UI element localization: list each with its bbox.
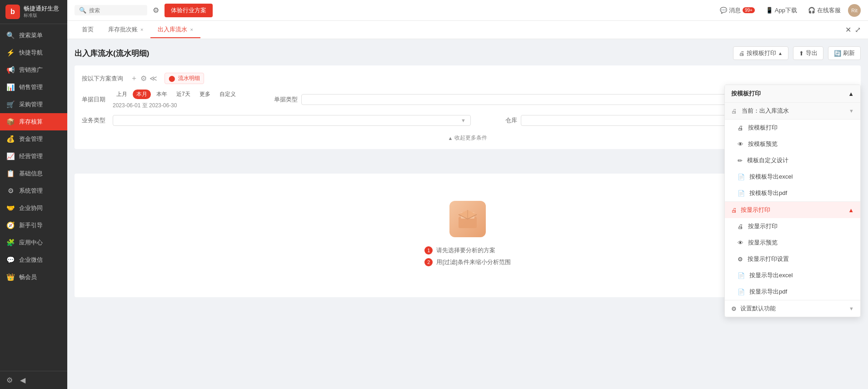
page-title: 出入库流水(流水明细)	[75, 48, 149, 59]
dropdown-current[interactable]: 🖨 当前：出入库流水 ▼	[725, 103, 860, 120]
sidebar-item-label: 库存核算	[19, 118, 43, 126]
export-btn[interactable]: ⬆ 导出	[793, 46, 823, 60]
print-chevron-up-icon: ▲	[778, 51, 783, 56]
step-1-num: 1	[424, 246, 433, 254]
sidebar-item-operation[interactable]: 📈 经营管理	[0, 148, 67, 165]
settings-bottom-icon[interactable]: ⚙	[6, 376, 13, 384]
tabs-bar: 首页 库存批次账 × 出入库流水 × ✕ ⤢	[67, 21, 868, 39]
date-range-display: 2023-06-01 至 2023-06-30	[113, 102, 239, 110]
display-section-title: 按显示打印	[741, 206, 770, 214]
dropdown-item-template-export-excel[interactable]: 📄 按模板导出excel	[725, 169, 860, 185]
sidebar-item-purchase[interactable]: 🛒 采购管理	[0, 96, 67, 113]
refresh-btn[interactable]: 🔄 刷新	[828, 46, 861, 60]
dropdown-item-template-export-pdf[interactable]: 📄 按模板导出pdf	[725, 185, 860, 201]
tab-flow-close[interactable]: ×	[190, 27, 193, 32]
date-tab-more[interactable]: 更多	[196, 90, 214, 99]
dropdown-item-display-print[interactable]: 🖨 按显示打印	[725, 218, 860, 234]
tab-batch-account[interactable]: 库存批次账 ×	[101, 22, 150, 38]
add-scheme-icon[interactable]: ＋	[130, 74, 138, 83]
message-btn[interactable]: 💬 消息 99+	[716, 5, 758, 16]
sidebar-item-finance[interactable]: 💰 资金管理	[0, 130, 67, 148]
collapse-scheme-icon[interactable]: ≪	[150, 74, 157, 83]
template-custom-label: 模板自定义设计	[747, 156, 788, 165]
tab-home[interactable]: 首页	[75, 22, 101, 38]
search-input[interactable]	[89, 7, 143, 14]
sidebar-item-enterprise[interactable]: 🤝 企业协同	[0, 199, 67, 217]
sidebar-item-sales[interactable]: 📊 销售管理	[0, 79, 67, 96]
dropdown-item-template-print[interactable]: 🖨 按模板打印	[725, 120, 860, 136]
date-tab-current-year[interactable]: 本年	[153, 90, 171, 99]
sidebar-item-label: 系统管理	[19, 187, 43, 195]
date-tab-last-7-days[interactable]: 近7天	[173, 90, 194, 99]
tab-batch-account-close[interactable]: ×	[140, 27, 143, 32]
settings-scheme-icon[interactable]: ⚙	[140, 74, 147, 83]
dropdown-item-template-custom[interactable]: ✏ 模板自定义设计	[725, 152, 860, 169]
empty-steps-list: 1 请先选择要分析的方案 2 用[过滤]条件来缩小分析范围	[424, 246, 510, 270]
display-section-icon: 🖨	[731, 207, 737, 214]
sidebar-item-basic[interactable]: 📋 基础信息	[0, 165, 67, 182]
empty-state-icon	[449, 201, 486, 237]
trial-btn[interactable]: 体验行业方案	[165, 4, 213, 17]
dropdown-item-display-export-pdf[interactable]: 📄 按显示导出pdf	[725, 284, 860, 300]
dropdown-footer[interactable]: ⚙ 设置默认功能 ▼	[725, 300, 860, 317]
date-tab-custom[interactable]: 自定义	[216, 90, 239, 99]
biz-type-select[interactable]: ▼	[113, 115, 471, 126]
inventory-icon: 📦	[6, 118, 15, 126]
topbar-actions: 💬 消息 99+ 📱 App下载 🎧 在线客服 Rit	[716, 4, 861, 17]
sidebar-item-quick-nav[interactable]: ⚡ 快捷导航	[0, 44, 67, 61]
display-print-settings-icon: ⚙	[738, 256, 743, 263]
dropdown-current-chevron-icon: ▼	[849, 108, 854, 114]
dropdown-item-template-preview[interactable]: 👁 按模板预览	[725, 136, 860, 152]
sidebar-item-label: 基础信息	[19, 170, 43, 178]
biz-type-chevron-icon: ▼	[461, 118, 466, 123]
collapse-sidebar-icon[interactable]: ◀	[20, 376, 25, 384]
online-service-btn[interactable]: 🎧 在线客服	[804, 5, 844, 16]
display-export-pdf-icon: 📄	[738, 289, 745, 295]
dropdown-item-display-preview[interactable]: 👁 按显示预览	[725, 234, 860, 251]
search-box[interactable]: 🔍	[75, 5, 147, 15]
page-content: 出入库流水(流水明细) 🖨 按模板打印 ▲ ⬆ 导出 🔄 刷新	[67, 39, 868, 389]
sidebar-item-system[interactable]: ⚙ 系统管理	[0, 182, 67, 199]
sidebar-item-member[interactable]: 👑 畅会员	[0, 269, 67, 286]
operation-icon: 📈	[6, 152, 15, 160]
sidebar-item-inventory[interactable]: 📦 库存核算	[0, 113, 67, 130]
close-window-icon[interactable]: ✕	[845, 25, 851, 34]
template-print-icon: 🖨	[738, 125, 743, 131]
basic-icon: 📋	[6, 170, 15, 178]
current-print-icon: 🖨	[731, 108, 737, 115]
expand-window-icon[interactable]: ⤢	[855, 25, 861, 34]
dropdown-item-display-print-settings[interactable]: ⚙ 按显示打印设置	[725, 251, 860, 267]
gear-icon[interactable]: ⚙	[153, 6, 159, 15]
avatar[interactable]: Rit	[848, 4, 861, 17]
sidebar-item-label: 采购管理	[19, 100, 43, 109]
app-download-btn[interactable]: 📱 App下载	[762, 5, 801, 16]
print-template-btn[interactable]: 🖨 按模板打印 ▲	[733, 46, 788, 60]
sidebar-item-guide[interactable]: 🧭 新手引导	[0, 217, 67, 234]
enterprise-icon: 🤝	[6, 204, 15, 212]
template-custom-icon: ✏	[738, 157, 743, 164]
step-2-text: 用[过滤]条件来缩小分析范围	[436, 258, 510, 266]
tab-batch-account-label: 库存批次账	[108, 25, 138, 34]
user-name: Rit	[851, 8, 857, 13]
sidebar-item-wechat[interactable]: 💬 企业微信	[0, 251, 67, 269]
refresh-label: 刷新	[843, 49, 855, 57]
sidebar-item-label: 销售管理	[19, 83, 43, 91]
dropdown-footer-label: 设置默认功能	[740, 304, 776, 313]
dropdown-current-label: 当前：出入库流水	[742, 107, 844, 115]
display-preview-icon: 👁	[738, 239, 743, 246]
sidebar-item-search[interactable]: 🔍 搜索菜单	[0, 27, 67, 44]
dropdown-display-header[interactable]: 🖨 按显示打印 ▲	[725, 202, 860, 218]
dropdown-item-display-export-excel[interactable]: 📄 按显示导出excel	[725, 267, 860, 284]
date-tab-current-month[interactable]: 本月	[133, 90, 151, 99]
guide-icon: 🧭	[6, 221, 15, 229]
app-version: 标准版	[24, 12, 59, 19]
dropdown-chevron-up-icon[interactable]: ▲	[848, 90, 854, 97]
export-icon: ⬆	[799, 50, 804, 57]
date-tab-last-month[interactable]: 上月	[113, 90, 131, 99]
tab-flow[interactable]: 出入库流水 ×	[150, 22, 200, 38]
filter-tag[interactable]: ⬤ 流水明细	[165, 73, 204, 84]
sidebar-item-app-center[interactable]: 🧩 应用中心	[0, 234, 67, 251]
template-export-pdf-label: 按模板导出pdf	[749, 189, 787, 197]
window-btns: ✕ ⤢	[845, 25, 861, 34]
sidebar-item-marketing[interactable]: 📢 营销推广	[0, 61, 67, 79]
